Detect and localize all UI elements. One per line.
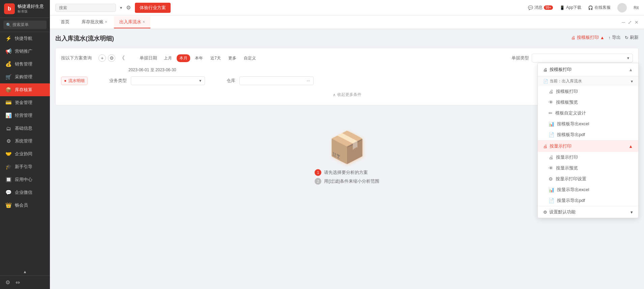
sidebar-item-shortcut[interactable]: ⚡ 快捷导航 (0, 32, 50, 45)
printer-panel-icon: 🖨 (543, 67, 548, 72)
headset-icon: 🎧 (588, 5, 593, 10)
sidebar-search-area[interactable]: 🔍 搜索菜单 (0, 18, 50, 32)
sidebar-item-base[interactable]: 🗂 基础信息 (0, 122, 50, 135)
sidebar-item-system[interactable]: ⚙ 系统管理 (0, 135, 50, 148)
template-export-pdf-item[interactable]: 📄 按模板导出pdf (538, 129, 638, 140)
tab-home[interactable]: 首页 (55, 16, 75, 28)
template-customize-icon: ✏ (549, 110, 553, 116)
sidebar-bottom: ⚙ ⇔ (0, 275, 50, 289)
sidebar-item-member[interactable]: 👑 畅会员 (0, 199, 50, 212)
type-filter-area: 单据类型 ▾ (511, 54, 633, 62)
date-btn-more[interactable]: 更多 (226, 54, 239, 62)
display-preview-item[interactable]: 👁 按显示预览 (538, 163, 638, 174)
sidebar-item-operation[interactable]: 📊 经营管理 (0, 109, 50, 122)
current-chevron[interactable]: ▾ (631, 79, 633, 84)
template-export-excel-item[interactable]: 📊 按模板导出excel (538, 119, 638, 129)
set-default-icon: ⚙ (543, 210, 547, 215)
topbar-settings-icon[interactable]: ⚙ (126, 4, 131, 11)
template-customize-item[interactable]: ✏ 模板自定义设计 (538, 108, 638, 119)
sidebar-item-finance[interactable]: 💳 资金管理 (0, 96, 50, 109)
sidebar-item-sales[interactable]: 💰 销售管理 (0, 58, 50, 71)
system-icon: ⚙ (5, 138, 11, 144)
online-service-btn[interactable]: 🎧 在线客服 (588, 5, 611, 10)
sidebar-item-enterprise[interactable]: 🤝 企业协同 (0, 148, 50, 160)
template-preview-item[interactable]: 👁 按模板预览 (538, 97, 638, 108)
inventory-icon: 📦 (5, 87, 11, 93)
display-print-section-header[interactable]: 🖨 按显示打印 ▲ (538, 140, 638, 152)
date-btn-custom[interactable]: 自定义 (241, 54, 259, 62)
tabs-close-all-icon[interactable]: ✕ (635, 20, 639, 25)
sidebar-nav: ⚡ 快捷导航 📢 营销推广 💰 销售管理 🛒 采购管理 📦 库存核算 💳 资金管… (0, 32, 50, 268)
display-print-chevron[interactable]: ▲ (628, 144, 633, 149)
tabs-max-icon[interactable]: ⤢ (628, 20, 632, 25)
display-print-settings-item[interactable]: ⚙ 按显示打印设置 (538, 174, 638, 184)
export-btn[interactable]: ↑ 导出 (609, 34, 621, 41)
sidebar-item-label: 采购管理 (15, 74, 32, 80)
sidebar-item-purchase[interactable]: 🛒 采购管理 (0, 71, 50, 83)
filter-setting-button[interactable]: ⚙ (108, 54, 115, 62)
template-export-pdf-label: 按模板导出pdf (557, 132, 585, 138)
sidebar-item-label: 资金管理 (15, 100, 32, 106)
search-menu-btn[interactable]: 🔍 搜索菜单 (3, 21, 47, 29)
type-select-arrow: ▾ (627, 56, 629, 60)
date-btn-this-year[interactable]: 本年 (192, 54, 206, 62)
refresh-btn[interactable]: ↻ 刷新 (625, 34, 639, 41)
display-export-excel-item[interactable]: 📊 按显示导出excel (538, 184, 638, 195)
business-type-select[interactable]: ▾ (131, 76, 205, 85)
date-btn-7days[interactable]: 近7天 (208, 54, 224, 62)
collapse-sidebar-icon[interactable]: ⇔ (16, 279, 20, 286)
sidebar-item-guide[interactable]: 🎓 新手引导 (0, 160, 50, 173)
sidebar-item-inventory[interactable]: 📦 库存核算 (0, 83, 50, 96)
step-1-text: 请先选择要分析的方案 (324, 169, 368, 176)
avatar[interactable] (617, 3, 627, 12)
settings-bottom-icon[interactable]: ⚙ (5, 279, 10, 286)
date-btn-this-month[interactable]: 本月 (177, 54, 190, 62)
message-btn[interactable]: 💬 消息 99+ (528, 5, 553, 10)
step-1-num: 1 (315, 169, 321, 176)
topbar-search-input[interactable] (55, 4, 116, 12)
filter-title-label: 按以下方案查询 (61, 55, 92, 61)
appcenter-icon: 🔲 (5, 177, 11, 183)
set-default-section[interactable]: ⚙ 设置默认功能 ▾ (538, 206, 638, 218)
sidebar-item-wecom[interactable]: 💬 企业微信 (0, 186, 50, 199)
type-select[interactable]: ▾ (532, 54, 633, 62)
display-print-item[interactable]: 🖨 按显示打印 (538, 152, 638, 163)
logo-icon: b (4, 3, 15, 14)
warehouse-label: 仓库 (227, 78, 235, 84)
date-label: 单据日期 (140, 55, 157, 61)
display-export-pdf-item[interactable]: 📄 按显示导出pdf (538, 195, 638, 206)
chevron-up-icon: ▲ (600, 35, 605, 40)
tab-inventory-flow-close[interactable]: × (143, 20, 145, 24)
print-panel-collapse-icon[interactable]: ▲ (628, 67, 633, 72)
sidebar-item-label: 畅会员 (15, 202, 28, 208)
warehouse-select[interactable]: ··· (239, 76, 314, 85)
sidebar-item-marketing[interactable]: 📢 营销推广 (0, 45, 50, 58)
industry-solution-button[interactable]: 体验行业方案 (135, 3, 171, 13)
flow-detail-tag[interactable]: ● 流水明细 (61, 77, 88, 85)
tab-inventory-flow[interactable]: 出入库流水 × (114, 16, 150, 28)
template-export-excel-label: 按模板导出excel (557, 121, 589, 127)
display-print-header-inner: 🖨 按显示打印 (543, 143, 572, 149)
template-print-btn[interactable]: 🖨 按模板打印 ▲ (571, 34, 605, 41)
tabs-min-icon[interactable]: ─ (622, 20, 625, 25)
sidebar-scroll-up[interactable]: ▲ (0, 268, 50, 275)
base-icon: 🗂 (5, 125, 11, 131)
app-download-btn[interactable]: 📱 App下载 (560, 5, 581, 10)
sidebar-item-label: 企业微信 (15, 189, 32, 195)
finance-icon: 💳 (5, 100, 11, 106)
filter-collapse-btn[interactable]: 《 (119, 55, 125, 62)
date-btn-last-month[interactable]: 上月 (161, 54, 175, 62)
warehouse-more-icon[interactable]: ··· (306, 78, 310, 83)
filter-actions: + ⚙ (98, 54, 115, 62)
topbar-right: 💬 消息 99+ 📱 App下载 🎧 在线客服 Rit (528, 3, 639, 12)
username-label[interactable]: Rit (634, 5, 639, 10)
template-print-item[interactable]: 🖨 按模板打印 (538, 86, 638, 97)
filter-add-button[interactable]: + (98, 54, 106, 62)
sidebar-item-appcenter[interactable]: 🔲 应用中心 (0, 173, 50, 186)
sales-icon: 💰 (5, 61, 11, 67)
topbar-dropdown-arrow[interactable]: ▾ (120, 5, 122, 10)
business-type-label: 业务类型 (109, 78, 127, 84)
tab-inventory-batch-close[interactable]: × (105, 20, 107, 24)
empty-steps: 1 请先选择要分析的方案 2 用[过滤]条件来缩小分析范围 (315, 169, 379, 185)
tab-inventory-batch[interactable]: 库存批次账 × (76, 16, 113, 28)
